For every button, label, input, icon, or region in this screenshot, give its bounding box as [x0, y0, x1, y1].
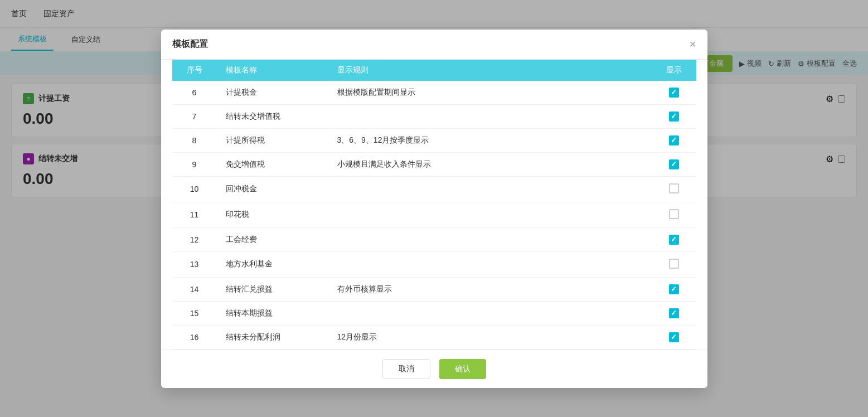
table-row: 8计提所得税3、6、9、12月按季度显示	[172, 128, 696, 152]
cell-seq: 6	[172, 81, 217, 105]
cell-name: 免交增值税	[217, 152, 328, 176]
row-checkbox[interactable]	[669, 111, 679, 122]
cell-rule	[328, 176, 652, 202]
cell-name: 地方水利基金	[217, 251, 328, 277]
cell-name: 计提所得税	[217, 128, 328, 152]
row-checkbox[interactable]	[669, 183, 679, 193]
row-checkbox[interactable]	[669, 235, 679, 245]
cell-name: 结转未分配利润	[217, 325, 328, 349]
table-row: 7结转未交增值税	[172, 104, 696, 128]
row-checkbox[interactable]	[669, 88, 679, 98]
cell-rule: 有外币核算显示	[328, 277, 652, 301]
col-header-display: 显示	[652, 60, 696, 81]
cell-checkbox[interactable]	[652, 325, 696, 349]
cell-checkbox[interactable]	[652, 227, 696, 251]
modal-header: 模板配置 ×	[161, 30, 707, 60]
cell-name: 工会经费	[217, 227, 328, 251]
row-checkbox[interactable]	[669, 308, 679, 318]
cell-seq: 10	[172, 176, 217, 202]
modal-title: 模板配置	[172, 38, 208, 50]
row-checkbox[interactable]	[669, 159, 679, 169]
cell-checkbox[interactable]	[652, 81, 696, 105]
cell-rule	[328, 227, 652, 251]
row-checkbox[interactable]	[669, 209, 679, 219]
table-row: 15结转本期损益	[172, 301, 696, 325]
table-body: 6计提税金根据模版配置期间显示7结转未交增值税8计提所得税3、6、9、12月按季…	[172, 81, 696, 350]
col-header-seq: 序号	[172, 60, 217, 81]
table-row: 13地方水利基金	[172, 251, 696, 277]
row-checkbox[interactable]	[669, 259, 679, 269]
row-checkbox[interactable]	[669, 284, 679, 294]
table-row: 16结转未分配利润12月份显示	[172, 325, 696, 349]
cell-checkbox[interactable]	[652, 251, 696, 277]
cell-seq: 9	[172, 152, 217, 176]
cell-seq: 15	[172, 301, 217, 325]
cell-rule	[328, 104, 652, 128]
cell-seq: 8	[172, 128, 217, 152]
cell-rule	[328, 202, 652, 227]
config-table: 序号 模板名称 显示规则 显示 6计提税金根据模版配置期间显示7结转未交增值税8…	[172, 60, 696, 350]
cell-name: 结转本期损益	[217, 301, 328, 325]
cell-checkbox[interactable]	[652, 277, 696, 301]
cancel-button[interactable]: 取消	[382, 359, 430, 379]
cell-checkbox[interactable]	[652, 152, 696, 176]
modal-footer: 取消 确认	[161, 350, 707, 388]
cell-seq: 12	[172, 227, 217, 251]
modal-close-button[interactable]: ×	[690, 38, 696, 50]
cell-seq: 13	[172, 251, 217, 277]
table-row: 9免交增值税小规模且满足收入条件显示	[172, 152, 696, 176]
cell-rule: 12月份显示	[328, 325, 652, 349]
row-checkbox[interactable]	[669, 135, 679, 146]
cell-seq: 7	[172, 104, 217, 128]
table-row: 14结转汇兑损益有外币核算显示	[172, 277, 696, 301]
modal-body: 序号 模板名称 显示规则 显示 6计提税金根据模版配置期间显示7结转未交增值税8…	[161, 60, 707, 350]
cell-rule	[328, 251, 652, 277]
cell-checkbox[interactable]	[652, 202, 696, 227]
modal-template-config: 模板配置 × 序号 模板名称 显示规则 显示 6计提税金根据模版配置期间显	[161, 30, 707, 388]
col-header-name: 模板名称	[217, 60, 328, 81]
cell-checkbox[interactable]	[652, 104, 696, 128]
cell-rule: 小规模且满足收入条件显示	[328, 152, 652, 176]
cell-name: 印花税	[217, 202, 328, 227]
cell-name: 结转未交增值税	[217, 104, 328, 128]
col-header-rule: 显示规则	[328, 60, 652, 81]
cell-name: 计提税金	[217, 81, 328, 105]
cell-name: 结转汇兑损益	[217, 277, 328, 301]
modal-body-inner: 序号 模板名称 显示规则 显示 6计提税金根据模版配置期间显示7结转未交增值税8…	[172, 60, 696, 350]
modal-overlay: 模板配置 × 序号 模板名称 显示规则 显示 6计提税金根据模版配置期间显	[0, 0, 868, 417]
table-row: 6计提税金根据模版配置期间显示	[172, 81, 696, 105]
cell-rule: 3、6、9、12月按季度显示	[328, 128, 652, 152]
cell-seq: 14	[172, 277, 217, 301]
confirm-button[interactable]: 确认	[439, 359, 486, 379]
table-row: 11印花税	[172, 202, 696, 227]
cell-checkbox[interactable]	[652, 176, 696, 202]
table-head: 序号 模板名称 显示规则 显示	[172, 60, 696, 81]
cell-checkbox[interactable]	[652, 301, 696, 325]
row-checkbox[interactable]	[669, 332, 679, 342]
cell-name: 回冲税金	[217, 176, 328, 202]
table-row: 10回冲税金	[172, 176, 696, 202]
cell-rule	[328, 301, 652, 325]
cell-checkbox[interactable]	[652, 128, 696, 152]
cell-seq: 11	[172, 202, 217, 227]
table-row: 12工会经费	[172, 227, 696, 251]
cell-rule: 根据模版配置期间显示	[328, 81, 652, 105]
cell-seq: 16	[172, 325, 217, 349]
table-header-row: 序号 模板名称 显示规则 显示	[172, 60, 696, 81]
